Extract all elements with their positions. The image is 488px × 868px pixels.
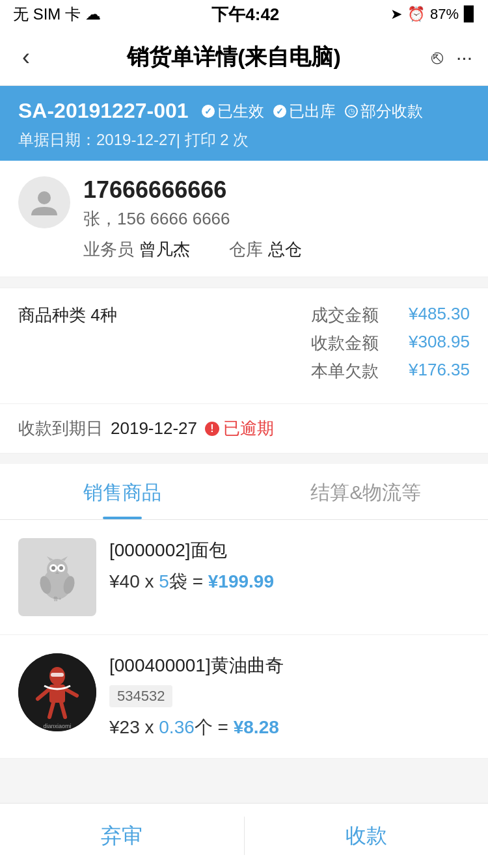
- overdue-section: 收款到期日 2019-12-27 ! 已逾期: [0, 404, 488, 454]
- date-label: 单据日期：: [18, 131, 96, 148]
- status-effective-label: 已生效: [217, 101, 264, 122]
- product-label-1: 面包: [191, 540, 227, 560]
- status-time: 下午4:42: [211, 3, 279, 26]
- status-tag-shipped: ✓ 已出库: [273, 101, 336, 122]
- type-count: 4种: [90, 305, 116, 325]
- location-icon: ➤: [390, 6, 402, 23]
- received-label: 收款金额: [311, 332, 379, 355]
- stats-right: 成交金额 ¥485.30 收款金额 ¥308.95 本单欠款 ¥176.35: [311, 304, 470, 388]
- more-icon[interactable]: ···: [456, 46, 472, 68]
- product-name-1: [0000002]面包: [109, 538, 470, 563]
- price-unit-1: 袋: [169, 571, 187, 591]
- product-price-2: ¥23 x 0.36个 = ¥8.28: [109, 715, 470, 740]
- overdue-label: 收款到期日: [18, 417, 103, 440]
- svg-point-5: [51, 566, 55, 570]
- back-button[interactable]: ‹: [16, 37, 36, 77]
- customer-phone: 张，156 6666 6666: [83, 208, 470, 230]
- header-date: 单据日期：2019-12-27| 打印 2 次: [18, 129, 470, 150]
- status-tag-partial: ◷ 部分收款: [345, 101, 423, 122]
- check-icon-1: ✓: [202, 105, 215, 118]
- status-right: ➤ ⏰ 87% ▉: [390, 6, 475, 23]
- overdue-dot-icon: !: [205, 422, 219, 436]
- nav-actions: ⎋ ···: [431, 46, 472, 68]
- customer-info: 17666666666 张，156 6666 6666 业务员 曾凡杰 仓库 总…: [83, 176, 470, 261]
- product-details-1: [0000002]面包 ¥40 x 5袋 = ¥199.99: [109, 538, 470, 594]
- confirm-button[interactable]: 收款: [245, 804, 489, 868]
- nav-bar: ‹ 销货单详情(来自电脑) ⎋ ···: [0, 29, 488, 86]
- section-divider: [0, 454, 488, 464]
- stats-row: 商品种类 4种 成交金额 ¥485.30 收款金额 ¥308.95 本单欠款 ¥…: [18, 304, 470, 388]
- price-unit-2: 个: [195, 717, 213, 737]
- order-id: SA-20191227-001: [18, 99, 189, 123]
- product-price-1: ¥40 x 5袋 = ¥199.99: [109, 569, 470, 594]
- tabs-container: 销售商品 结算&物流等: [0, 464, 488, 520]
- svg-point-0: [38, 191, 51, 204]
- customer-avatar: [18, 176, 70, 228]
- battery-text: 87%: [430, 6, 459, 23]
- customer-name: 17666666666: [83, 176, 470, 204]
- alarm-icon: ⏰: [407, 6, 425, 23]
- signal-text: 无 SIM 卡 ☁: [13, 4, 101, 25]
- status-tag-effective: ✓ 已生效: [202, 101, 264, 122]
- page-title: 销货单详情(来自电脑): [36, 42, 431, 72]
- tab-sales[interactable]: 销售商品: [0, 464, 244, 519]
- svg-rect-20: [51, 673, 64, 677]
- owed-value: ¥176.35: [392, 360, 470, 383]
- stat-received: 收款金额 ¥308.95: [311, 332, 470, 355]
- list-item: dianxiaomi [000400001]黄油曲奇 534532 ¥23 x …: [0, 635, 488, 759]
- price-qty-2: 0.36: [159, 717, 195, 737]
- product-code-1: [0000002]: [109, 540, 191, 560]
- status-shipped-label: 已出库: [289, 101, 336, 122]
- battery-icon: ▉: [464, 6, 475, 23]
- header-banner: SA-20191227-001 ✓ 已生效 ✓ 已出库 ◷ 部分收款 单据日期：…: [0, 86, 488, 161]
- sales-label: 业务员: [83, 238, 134, 261]
- owed-label: 本单欠款: [311, 360, 379, 383]
- share-icon[interactable]: ⎋: [431, 46, 443, 68]
- stats-section: 商品种类 4种 成交金额 ¥485.30 收款金额 ¥308.95 本单欠款 ¥…: [0, 288, 488, 404]
- stat-owed: 本单欠款 ¥176.35: [311, 360, 470, 383]
- price-qty-1: 5: [159, 571, 169, 591]
- product-details-2: [000400001]黄油曲奇 534532 ¥23 x 0.36个 = ¥8.…: [109, 653, 470, 740]
- warehouse-name: 总仓: [268, 238, 302, 261]
- order-date: 2019-12-27: [96, 131, 176, 148]
- product-code-2: [000400001]: [109, 655, 211, 675]
- check-icon-2: ✓: [273, 105, 286, 118]
- received-value: ¥308.95: [392, 332, 470, 355]
- svg-point-6: [59, 566, 63, 570]
- meta-sales: 业务员 曾凡杰: [83, 238, 190, 261]
- price-total-2: ¥8.28: [234, 717, 279, 737]
- tab-settlement[interactable]: 结算&物流等: [244, 464, 488, 519]
- product-image-1: 鲁+: [18, 538, 96, 616]
- product-name-2: [000400001]黄油曲奇: [109, 653, 470, 678]
- overdue-date: 2019-12-27: [111, 418, 197, 439]
- product-label-2: 黄油曲奇: [211, 655, 284, 675]
- clock-icon: ◷: [345, 105, 358, 118]
- warehouse-label: 仓库: [229, 238, 263, 261]
- product-tag-2: 534532: [109, 685, 172, 707]
- bottom-bar: 弃审 收款: [0, 803, 488, 868]
- product-image-2: dianxiaomi: [18, 653, 96, 731]
- header-top: SA-20191227-001 ✓ 已生效 ✓ 已出库 ◷ 部分收款: [18, 99, 470, 123]
- transaction-value: ¥485.30: [392, 304, 470, 327]
- price-total-1: ¥199.99: [208, 571, 274, 591]
- avatar-icon: [28, 186, 61, 219]
- svg-text:鲁+: 鲁+: [53, 596, 62, 602]
- price-base-1: ¥40: [109, 571, 140, 591]
- overdue-text: 已逾期: [223, 417, 274, 440]
- print-info: | 打印 2 次: [176, 131, 249, 148]
- status-tags: ✓ 已生效 ✓ 已出库 ◷ 部分收款: [202, 101, 423, 122]
- type-label: 商品种类: [18, 305, 86, 325]
- stats-left: 商品种类 4种: [18, 304, 117, 327]
- transaction-label: 成交金额: [311, 304, 379, 327]
- meta-warehouse: 仓库 总仓: [229, 238, 302, 261]
- status-partial-label: 部分收款: [360, 101, 423, 122]
- tab-sales-label: 销售商品: [83, 481, 161, 503]
- svg-text:dianxiaomi: dianxiaomi: [43, 723, 71, 729]
- status-bar: 无 SIM 卡 ☁ 下午4:42 ➤ ⏰ 87% ▉: [0, 0, 488, 29]
- svg-rect-15: [49, 685, 65, 703]
- product-list: 鲁+ [0000002]面包 ¥40 x 5袋 = ¥199.99: [0, 520, 488, 759]
- customer-section: 17666666666 张，156 6666 6666 业务员 曾凡杰 仓库 总…: [0, 161, 488, 277]
- cancel-button[interactable]: 弃审: [0, 804, 244, 868]
- sales-name: 曾凡杰: [139, 238, 190, 261]
- status-left: 无 SIM 卡 ☁: [13, 4, 101, 25]
